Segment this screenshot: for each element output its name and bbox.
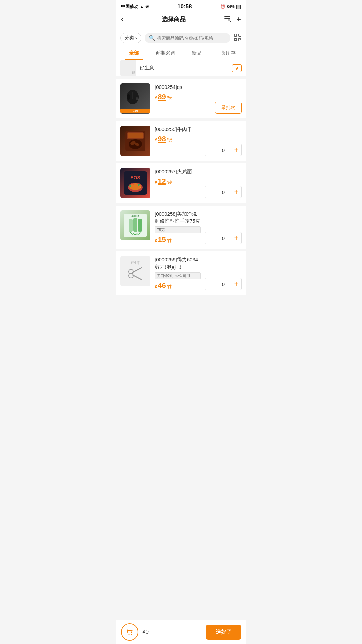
product-thumbnail: 美加净 <box>120 210 150 240</box>
price-unit: /袋 <box>167 137 172 143</box>
svg-point-27 <box>133 183 134 185</box>
header-left: ‹ <box>121 15 123 24</box>
list-item: [0000255]牛肉干 ¥ 98 /袋 − 0 + <box>116 121 246 161</box>
partial-thumb: 好生意 <box>120 60 136 76</box>
svg-line-37 <box>133 268 142 272</box>
confirm-button[interactable]: 选好了 <box>206 625 241 640</box>
product-action: − 0 + <box>205 186 242 198</box>
search-icon: 🔍 <box>149 35 155 41</box>
product-thumbnail: 好生意 <box>120 256 150 286</box>
product-content: [0000259]得力6034剪刀(混)(把) 刀口锋利、经久耐用、 ¥ 46 … <box>155 256 201 290</box>
back-button[interactable]: ‹ <box>121 15 123 24</box>
bottom-bar: ¥0 选好了 <box>116 620 246 644</box>
price-value: 15 <box>158 235 166 244</box>
svg-rect-7 <box>234 38 237 41</box>
partial-action[interactable]: 9 <box>232 64 242 72</box>
price-unit: /件 <box>167 284 172 290</box>
product-thumbnail: 249 <box>120 83 150 114</box>
price-symbol: ¥ <box>155 284 157 289</box>
status-right: ⏰ 84% ▓ <box>220 4 241 9</box>
price-value: 12 <box>158 177 166 186</box>
status-left: 中国移动 ▲ ✳ <box>121 4 149 10</box>
battery-icon: ▓ <box>236 5 241 9</box>
product-content: [0000254]qs ¥ 89 /米 <box>155 83 211 101</box>
product-list: 249 [0000254]qs ¥ 89 /米 录批次 <box>116 79 246 295</box>
svg-point-29 <box>140 187 141 188</box>
battery-text: 84% <box>227 4 235 9</box>
tab-all[interactable]: 全部 <box>118 47 150 60</box>
quantity-plus-button[interactable]: + <box>231 232 241 244</box>
tab-negative[interactable]: 负库存 <box>213 47 244 60</box>
price-symbol: ¥ <box>155 180 157 185</box>
search-input-wrap[interactable]: 🔍 <box>145 33 230 43</box>
quantity-minus-button[interactable]: − <box>205 278 216 290</box>
list-item: 249 [0000254]qs ¥ 89 /米 录批次 <box>116 79 246 118</box>
svg-rect-33 <box>138 219 142 232</box>
quantity-control: − 0 + <box>205 278 242 290</box>
search-input[interactable] <box>157 36 226 41</box>
category-chevron-icon: › <box>135 35 137 41</box>
svg-rect-32 <box>133 218 137 232</box>
category-button[interactable]: 分类 › <box>120 33 141 43</box>
product-action: 录批次 <box>215 102 242 114</box>
product-action: − 0 + <box>205 232 242 244</box>
product-action: − 0 + <box>205 278 242 290</box>
svg-rect-21 <box>128 133 143 138</box>
svg-text:美加净: 美加净 <box>131 215 139 218</box>
quantity-minus-button[interactable]: − <box>205 186 216 198</box>
quantity-value: 0 <box>216 144 231 156</box>
list-item: EOS [0000257]火鸡面 ¥ 12 /袋 − 0 + <box>116 163 246 203</box>
quantity-plus-button[interactable]: + <box>231 144 241 156</box>
header: ‹ 选择商品 + <box>116 11 246 29</box>
price-value: 98 <box>158 135 166 143</box>
filter-icon[interactable] <box>224 15 231 24</box>
product-name: [0000259]得力6034剪刀(混)(把) <box>155 256 201 270</box>
product-name: [0000258]美加净滋润修护型护手霜75克 <box>155 210 201 224</box>
svg-point-3 <box>228 19 230 21</box>
price-unit: /米 <box>167 95 172 101</box>
quantity-control: − 0 + <box>205 186 242 198</box>
list-item: 美加净 [0000258]美加净滋润修护型护手霜75克 75克 ¥ 15 /件 … <box>116 206 246 249</box>
svg-point-39 <box>129 634 130 635</box>
price-value: 46 <box>158 281 166 290</box>
quantity-plus-button[interactable]: + <box>231 186 241 198</box>
quantity-minus-button[interactable]: − <box>205 144 216 156</box>
quantity-value: 0 <box>216 232 231 244</box>
batch-button[interactable]: 录批次 <box>215 102 242 114</box>
product-price: ¥ 46 /件 <box>155 281 201 290</box>
product-content: [0000255]牛肉干 ¥ 98 /袋 <box>155 126 201 143</box>
alarm-icon: ⏰ <box>220 4 225 9</box>
svg-point-15 <box>136 97 138 100</box>
quantity-value: 0 <box>216 278 231 290</box>
price-unit: /件 <box>167 238 172 244</box>
partial-item: 好生意 好生意 9 <box>116 60 246 79</box>
tab-recent[interactable]: 近期采购 <box>150 47 181 60</box>
cart-icon-button[interactable] <box>121 623 138 641</box>
search-area: 分类 › 🔍 <box>116 29 246 47</box>
svg-line-38 <box>133 275 142 280</box>
product-price: ¥ 89 /米 <box>155 93 211 101</box>
product-name: [0000254]qs <box>155 83 211 91</box>
quantity-control: − 0 + <box>205 232 242 244</box>
price-symbol: ¥ <box>155 238 157 243</box>
signal-icon: ✳ <box>145 4 149 9</box>
product-thumbnail <box>120 126 150 156</box>
quantity-minus-button[interactable]: − <box>205 232 216 244</box>
status-time: 10:58 <box>177 3 192 10</box>
product-content: [0000258]美加净滋润修护型护手霜75克 75克 ¥ 15 /件 <box>155 210 201 244</box>
price-symbol: ¥ <box>155 95 157 100</box>
cart-icon <box>126 628 134 636</box>
price-unit: /袋 <box>167 179 172 185</box>
scan-icon[interactable] <box>234 33 242 43</box>
header-right: + <box>224 15 241 24</box>
svg-point-40 <box>131 634 132 635</box>
svg-rect-6 <box>239 34 241 36</box>
product-tag: 75克 <box>155 226 201 233</box>
product-tag: 刀口锋利、经久耐用、 <box>155 272 201 279</box>
tab-new[interactable]: 新品 <box>181 47 213 60</box>
svg-point-26 <box>129 185 131 187</box>
quantity-plus-button[interactable]: + <box>231 278 241 290</box>
tabs-bar: 全部 近期采购 新品 负库存 <box>116 47 246 60</box>
add-button[interactable]: + <box>236 15 241 24</box>
product-name: [0000255]牛肉干 <box>155 126 201 133</box>
